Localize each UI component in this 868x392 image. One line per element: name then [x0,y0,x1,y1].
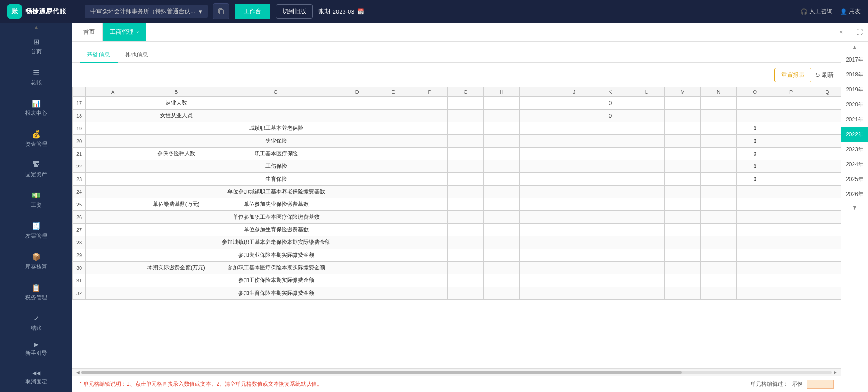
cell-k[interactable] [592,287,628,300]
cell-j[interactable] [556,249,592,262]
cell-c[interactable]: 单位参加城镇职工基本养老保险缴费基数 [212,186,339,198]
cell-k[interactable] [592,148,628,160]
cell-p[interactable] [773,262,809,274]
cell-f[interactable] [411,211,448,224]
cell-o[interactable] [737,97,773,110]
cell-j[interactable] [556,160,592,173]
year-item-2022[interactable]: 2022年 [841,127,868,142]
cell-l[interactable] [628,198,665,211]
cell-c[interactable]: 城镇职工基本养老保险 [212,122,339,135]
cell-h[interactable] [484,148,520,160]
cell-h[interactable] [484,97,520,110]
cell-c[interactable] [212,110,339,122]
cell-i[interactable] [520,148,556,160]
sidebar-item-newuser[interactable]: ▶ 新手引导 [0,335,72,363]
cell-l[interactable] [628,211,665,224]
cell-e[interactable] [375,173,411,186]
cell-g[interactable] [448,249,484,262]
cell-h[interactable] [484,160,520,173]
cell-b[interactable] [140,173,212,186]
cell-m[interactable] [665,262,701,274]
cell-b[interactable] [140,224,212,236]
cell-g[interactable] [448,262,484,274]
year-scroll-down[interactable]: ▼ [841,202,868,213]
cell-p[interactable] [773,249,809,262]
cell-h[interactable] [484,173,520,186]
cell-b[interactable] [140,236,212,249]
cell-k[interactable] [592,160,628,173]
cell-k[interactable] [592,262,628,274]
year-item-2025[interactable]: 2025年 [841,172,868,187]
sidebar-item-finance[interactable]: 💰 资金管理 [0,124,72,154]
cell-o[interactable] [737,236,773,249]
cell-i[interactable] [520,160,556,173]
cell-q[interactable] [809,224,841,236]
cell-e[interactable] [375,262,411,274]
cell-o[interactable]: 0 [737,160,773,173]
cell-j[interactable] [556,274,592,287]
cell-g[interactable] [448,211,484,224]
cell-e[interactable] [375,135,411,148]
cell-k[interactable] [592,198,628,211]
cell-e[interactable] [375,224,411,236]
scroll-thumb[interactable] [81,371,682,374]
cell-l[interactable] [628,148,665,160]
cell-f[interactable] [411,224,448,236]
cell-j[interactable] [556,224,592,236]
cell-h[interactable] [484,236,520,249]
cell-a[interactable] [86,249,140,262]
cell-k[interactable] [592,173,628,186]
cell-n[interactable] [701,274,737,287]
cell-h[interactable] [484,287,520,300]
cell-d[interactable] [339,135,375,148]
cell-d[interactable] [339,249,375,262]
cell-g[interactable] [448,224,484,236]
cell-c[interactable]: 生育保险 [212,173,339,186]
cell-h[interactable] [484,122,520,135]
cell-m[interactable] [665,148,701,160]
cell-q[interactable] [809,122,841,135]
cell-a[interactable] [86,122,140,135]
cell-b[interactable]: 本期实际缴费金额(万元) [140,262,212,274]
sidebar-item-invoice[interactable]: 🧾 发票管理 [0,215,72,246]
cell-i[interactable] [520,135,556,148]
cell-p[interactable] [773,110,809,122]
cell-a[interactable] [86,262,140,274]
cell-n[interactable] [701,249,737,262]
cell-p[interactable] [773,274,809,287]
cell-a[interactable] [86,148,140,160]
cell-b[interactable]: 参保各险种人数 [140,148,212,160]
cell-i[interactable] [520,224,556,236]
cell-k[interactable] [592,236,628,249]
cell-o[interactable]: 0 [737,173,773,186]
sidebar-scroll-up[interactable]: ▲ [0,23,72,31]
cell-j[interactable] [556,211,592,224]
sidebar-item-report[interactable]: 📊 报表中心 [0,93,72,124]
cell-i[interactable] [520,274,556,287]
cell-c[interactable]: 参加失业保险本期实际缴费金额 [212,249,339,262]
cell-m[interactable] [665,274,701,287]
cell-c[interactable]: 单位参加生育保险缴费基数 [212,224,339,236]
year-item-2021[interactable]: 2021年 [841,112,868,127]
cell-b[interactable]: 单位缴费基数(万元) [140,198,212,211]
cell-l[interactable] [628,110,665,122]
cell-c[interactable]: 参加城镇职工基本养老保险本期实际缴费金额 [212,236,339,249]
cell-d[interactable] [339,224,375,236]
cell-m[interactable] [665,122,701,135]
cell-a[interactable] [86,236,140,249]
cell-m[interactable] [665,135,701,148]
cell-g[interactable] [448,122,484,135]
cell-l[interactable] [628,287,665,300]
cell-n[interactable] [701,148,737,160]
cell-i[interactable] [520,287,556,300]
cell-e[interactable] [375,97,411,110]
cell-e[interactable] [375,110,411,122]
cell-e[interactable] [375,274,411,287]
cell-a[interactable] [86,97,140,110]
cell-b[interactable] [140,249,212,262]
cell-f[interactable] [411,160,448,173]
cell-q[interactable] [809,249,841,262]
old-version-button[interactable]: 切到旧版 [276,4,313,19]
year-item-2017[interactable]: 2017年 [841,53,868,67]
cell-i[interactable] [520,122,556,135]
